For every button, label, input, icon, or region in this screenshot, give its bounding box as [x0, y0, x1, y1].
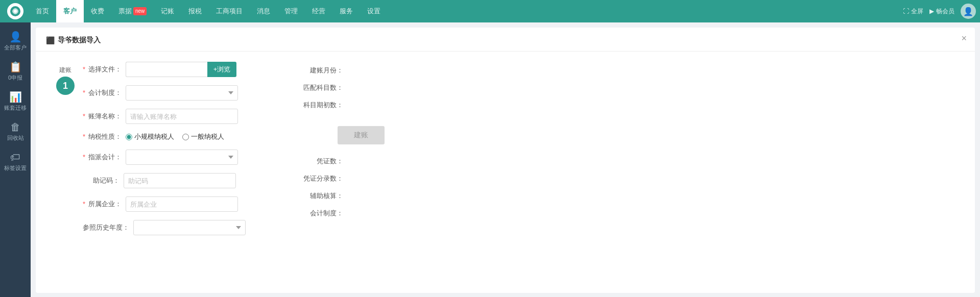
sidebar-label-declaration: 0申报 — [8, 74, 22, 82]
info-row-voucher-entries: 凭证分录数： — [297, 174, 425, 183]
account-migration-icon: 📊 — [9, 92, 22, 102]
info-row-build-month: 建账月份： — [297, 66, 425, 75]
info-row-subject-initial: 科目期初数： — [297, 101, 425, 110]
page-header: ⬛ 导爷数据导入 × — [36, 28, 975, 52]
radio-general-label: 一般纳税人 — [191, 132, 224, 141]
nav-message[interactable]: 消息 — [250, 0, 277, 22]
info-row-right-accounting-system: 会计制度： — [297, 209, 425, 218]
nav-right: ⛶ 全屏 ▶ 畅会员 👤 — [903, 4, 976, 19]
nav-tax[interactable]: 报税 — [181, 0, 209, 22]
nav-invoice[interactable]: 票据 new — [111, 0, 154, 22]
form-row-memo: 助记码： — [83, 173, 277, 188]
sidebar-item-recycle[interactable]: 🗑 回收站 — [0, 117, 31, 147]
recycle-icon: 🗑 — [10, 122, 20, 132]
memo-input[interactable] — [124, 173, 236, 188]
svg-point-1 — [14, 10, 17, 13]
info-row-voucher: 凭证数： — [297, 157, 425, 166]
form-row-ledger-name: * 账簿名称： — [83, 109, 277, 124]
nav-bookkeeping[interactable]: 记账 — [154, 0, 181, 22]
auxiliary-label: 辅助核算： — [297, 191, 343, 201]
form-row-year: 参照历史年度： — [83, 220, 277, 235]
accounting-system-select[interactable] — [126, 85, 238, 101]
form-row-accounting-system: * 会计制度： — [83, 85, 277, 101]
subject-initial-label: 科目期初数： — [297, 101, 343, 110]
nav-customer[interactable]: 客户 — [56, 0, 84, 22]
file-input-group: +浏览 — [126, 62, 237, 77]
form-row-tax-type: * 纳税性质： 小规模纳税人 一般纳税人 — [83, 132, 277, 141]
accountant-label: * 指派会计： — [83, 153, 122, 162]
vip-button[interactable]: ▶ 畅会员 — [929, 7, 954, 16]
nav-badge-new: new — [133, 7, 147, 15]
sidebar-label-account-migration: 账套迁移 — [4, 104, 27, 112]
app-logo[interactable] — [4, 0, 27, 22]
voucher-label: 凭证数： — [297, 157, 343, 166]
nav-business[interactable]: 工商项目 — [209, 0, 250, 22]
ledger-name-input[interactable] — [126, 109, 238, 124]
form-fields: * 选择文件： +浏览 * 会计制度： — [83, 62, 277, 235]
accountant-select[interactable] — [126, 150, 238, 165]
step-circle: 1 — [56, 77, 75, 95]
memo-label: 助记码： — [83, 176, 119, 185]
avatar-icon: 👤 — [963, 7, 973, 16]
sidebar-item-tag-settings[interactable]: 🏷 标签设置 — [0, 147, 31, 177]
nav-home[interactable]: 首页 — [29, 0, 56, 22]
nav-operation[interactable]: 经营 — [305, 0, 332, 22]
accounting-system-label: * 会计制度： — [83, 88, 122, 97]
all-customers-icon: 👤 — [9, 32, 22, 42]
form-area: 建账 1 * 选择文件： +浏览 — [36, 52, 975, 245]
form-right: 建账月份： 匹配科目数： 科目期初数： 建账 — [297, 62, 425, 235]
top-navigation: 首页 客户 收费 票据 new 记账 报税 工商项目 消息 管理 经营 服务 设… — [0, 0, 980, 22]
radio-general-input[interactable] — [182, 134, 189, 140]
file-text-input[interactable] — [126, 62, 207, 77]
step-indicator: 建账 1 — [56, 62, 75, 95]
step-label: 建账 — [59, 66, 71, 75]
radio-small-label: 小规模纳税人 — [134, 132, 174, 141]
nav-manage[interactable]: 管理 — [277, 0, 305, 22]
main-layout: 👤 全部客户 📋 0申报 📊 账套迁移 🗑 回收站 🏷 标签设置 ⬛ 导爷数据导… — [0, 22, 980, 297]
tax-type-radio-group: 小规模纳税人 一般纳税人 — [126, 132, 224, 141]
sidebar-item-account-migration[interactable]: 📊 账套迁移 — [0, 87, 31, 117]
form-row-accountant: * 指派会计： — [83, 150, 277, 165]
sidebar-label-tag-settings: 标签设置 — [4, 164, 27, 172]
info-row-auxiliary: 辅助核算： — [297, 191, 425, 201]
sidebar-label-recycle: 回收站 — [7, 134, 24, 142]
form-left: 建账 1 * 选择文件： +浏览 — [56, 62, 277, 235]
radio-general-taxpayer[interactable]: 一般纳税人 — [182, 132, 224, 141]
right-accounting-system-label: 会计制度： — [297, 209, 343, 218]
match-subjects-label: 匹配科目数： — [297, 83, 343, 92]
radio-small-taxpayer[interactable]: 小规模纳税人 — [126, 132, 174, 141]
fullscreen-label: 全屏 — [911, 7, 923, 16]
file-label: * 选择文件： — [83, 65, 122, 74]
tax-type-label: * 纳税性质： — [83, 132, 122, 141]
tag-settings-icon: 🏷 — [10, 152, 20, 162]
company-input[interactable] — [126, 196, 238, 212]
build-month-label: 建账月份： — [297, 66, 343, 75]
year-label: 参照历史年度： — [83, 223, 129, 232]
radio-small-input[interactable] — [126, 134, 132, 140]
vip-icon: ▶ — [929, 8, 934, 15]
ledger-name-label: * 账簿名称： — [83, 112, 122, 121]
page-title-icon: ⬛ — [46, 36, 55, 44]
sidebar: 👤 全部客户 📋 0申报 📊 账套迁移 🗑 回收站 🏷 标签设置 — [0, 22, 31, 297]
voucher-entries-label: 凭证分录数： — [297, 174, 343, 183]
close-button[interactable]: × — [961, 34, 967, 43]
nav-service[interactable]: 服务 — [332, 0, 360, 22]
page-container: ⬛ 导爷数据导入 × 建账 1 * — [36, 28, 975, 293]
avatar[interactable]: 👤 — [961, 4, 976, 19]
nav-items: 首页 客户 收费 票据 new 记账 报税 工商项目 消息 管理 经营 服务 设… — [29, 0, 903, 22]
browse-button[interactable]: +浏览 — [207, 62, 237, 77]
nav-settings[interactable]: 设置 — [360, 0, 388, 22]
page-title: 导爷数据导入 — [58, 36, 101, 45]
submit-button[interactable]: 建账 — [338, 126, 385, 144]
nav-billing[interactable]: 收费 — [84, 0, 111, 22]
fullscreen-icon: ⛶ — [903, 8, 909, 15]
content-area: ⬛ 导爷数据导入 × 建账 1 * — [31, 22, 980, 297]
sidebar-item-declaration[interactable]: 📋 0申报 — [0, 57, 31, 87]
sidebar-label-all-customers: 全部客户 — [4, 44, 27, 52]
info-row-match-subjects: 匹配科目数： — [297, 83, 425, 92]
company-label: * 所属企业： — [83, 200, 122, 209]
vip-label: 畅会员 — [936, 7, 954, 16]
sidebar-item-all-customers[interactable]: 👤 全部客户 — [0, 27, 31, 57]
year-select[interactable] — [133, 220, 246, 235]
fullscreen-button[interactable]: ⛶ 全屏 — [903, 7, 923, 16]
